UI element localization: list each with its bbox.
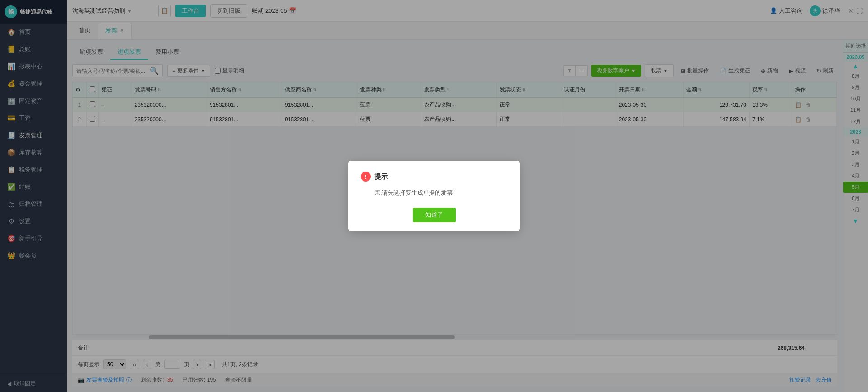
modal-overlay[interactable]: ! 提示 亲,请先选择要生成单据的发票! 知道了 — [0, 0, 868, 392]
modal-message: 亲,请先选择要生成单据的发票! — [374, 189, 507, 197]
modal-title-row: ! 提示 — [361, 172, 507, 182]
modal-warn-icon: ! — [361, 172, 371, 182]
alert-modal: ! 提示 亲,请先选择要生成单据的发票! 知道了 — [348, 161, 520, 231]
modal-title: 提示 — [374, 172, 388, 181]
modal-footer: 知道了 — [361, 208, 507, 222]
modal-ok-button[interactable]: 知道了 — [413, 208, 456, 222]
